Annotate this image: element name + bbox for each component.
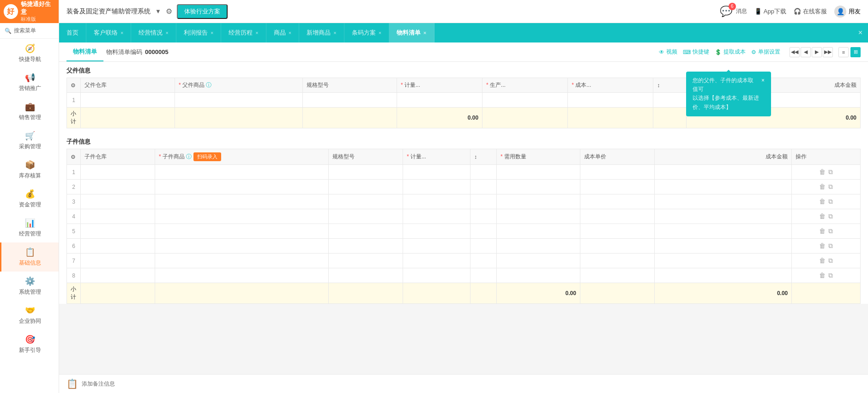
sidebar-item-purchase[interactable]: 🛒 采购管理 [0,126,59,155]
child-row-3-spec[interactable] [328,194,403,209]
sidebar-item-marketing[interactable]: 📢 营销推广 [0,68,59,97]
parent-row-1-production[interactable] [482,93,568,108]
tab-history-close[interactable]: × [255,30,258,36]
child-row-7-qty[interactable] [403,254,470,268]
child-row-5-cost-unit[interactable] [580,224,654,239]
child-row-4-spec[interactable] [328,209,403,224]
child-row-6-warehouse[interactable] [81,239,155,254]
child-row-4-cost-unit[interactable] [580,209,654,224]
child-row-4-delete-icon[interactable]: 🗑 [819,212,826,220]
child-row-6-cost-unit[interactable] [580,239,654,254]
sidebar-item-guide[interactable]: 🎯 新手引导 [0,330,59,359]
parent-row-1-warehouse[interactable] [81,93,175,108]
tab-new-goods-close[interactable]: × [333,30,336,36]
tab-bom[interactable]: 物料清单 × [389,23,434,42]
child-row-5-warehouse[interactable] [81,224,155,239]
sidebar-item-finance[interactable]: 💰 资金管理 [0,184,59,213]
child-row-8-need-qty[interactable] [497,268,580,283]
child-row-3-need-qty[interactable] [497,194,580,209]
child-row-8-qty[interactable] [403,268,470,283]
child-row-3-goods[interactable] [155,194,329,209]
child-row-1-goods[interactable] [155,165,329,180]
child-row-8-cost-unit[interactable] [580,268,654,283]
sidebar-item-enterprise[interactable]: 🤝 企业协同 [0,301,59,330]
child-row-5-goods[interactable] [155,224,329,239]
nav-close-button[interactable]: × [853,23,868,42]
child-row-7-need-qty[interactable] [497,254,580,268]
child-row-1-delete-icon[interactable]: 🗑 [819,168,826,176]
child-row-8-cost-amount[interactable] [654,268,791,283]
child-row-3-cost-unit[interactable] [580,194,654,209]
tab-home[interactable]: 首页 [59,23,86,42]
tab-barcode-close[interactable]: × [379,30,381,36]
tab-operations-close[interactable]: × [165,30,168,36]
tab-new-goods[interactable]: 新增商品 × [299,23,344,42]
child-row-3-qty[interactable] [403,194,470,209]
child-row-2-cost-unit[interactable] [580,180,654,194]
parent-row-1-qty[interactable] [397,93,482,108]
child-row-1-need-qty[interactable] [497,165,580,180]
add-note-icon[interactable]: 📋 [66,378,78,389]
tab-history[interactable]: 经营历程 × [221,23,266,42]
child-row-2-need-qty[interactable] [497,180,580,194]
tab-goods[interactable]: 商品 × [266,23,299,42]
sidebar-item-basics[interactable]: 📋 基础信息 [0,242,59,272]
child-row-2-cost-amount[interactable] [654,180,791,194]
page-next-btn[interactable]: ▶ [812,47,822,57]
extract-cost-action[interactable]: 💲 提取成本 [715,48,746,56]
child-row-8-goods[interactable] [155,268,329,283]
child-row-1-cost-amount[interactable] [654,165,791,180]
system-dropdown[interactable]: ▼ [155,8,161,15]
child-row-7-cost-amount[interactable] [654,254,791,268]
shortcut-action[interactable]: ⌨ 快捷键 [683,48,709,56]
child-row-1-qty[interactable] [403,165,470,180]
child-row-8-copy-icon[interactable]: ⧉ [828,272,833,279]
sidebar-item-quick-nav[interactable]: 🧭 快捷导航 [0,39,59,68]
parent-row-1-spec[interactable] [303,93,397,108]
parent-th-settings[interactable]: ⚙ [67,78,81,93]
child-row-3-copy-icon[interactable]: ⧉ [828,198,833,206]
tab-barcode[interactable]: 条码方案 × [344,23,389,42]
child-row-4-cost-amount[interactable] [654,209,791,224]
child-row-2-warehouse[interactable] [81,180,155,194]
child-row-7-delete-icon[interactable]: 🗑 [819,257,826,265]
message-icon-btn[interactable]: 💬 6 [720,6,732,18]
child-th-settings[interactable]: ⚙ [67,149,81,165]
child-row-1-cost-unit[interactable] [580,165,654,180]
child-row-4-qty[interactable] [403,209,470,224]
child-row-6-copy-icon[interactable]: ⧉ [828,242,833,250]
child-row-6-qty[interactable] [403,239,470,254]
child-row-6-spec[interactable] [328,239,403,254]
tab-customer-close[interactable]: × [121,30,123,36]
single-settings-action[interactable]: ⚙ 单据设置 [751,48,780,56]
parent-row-1-goods[interactable] [175,93,302,108]
child-row-5-need-qty[interactable] [497,224,580,239]
child-row-5-qty[interactable] [403,224,470,239]
child-row-4-need-qty[interactable] [497,209,580,224]
child-row-1-copy-icon[interactable]: ⧉ [828,168,833,176]
layout-list-btn[interactable]: ≡ [838,47,849,57]
child-row-2-delete-icon[interactable]: 🗑 [819,183,826,191]
child-row-3-delete-icon[interactable]: 🗑 [819,198,826,206]
page-last-btn[interactable]: ▶▶ [823,47,833,57]
online-service-link[interactable]: 🎧 在线客服 [794,7,827,16]
view-action[interactable]: 👁 视频 [659,48,677,56]
layout-grid-btn[interactable]: ⊞ [850,47,861,57]
sidebar-item-system[interactable]: ⚙️ 系统管理 [0,272,59,301]
user-menu[interactable]: 👤 用友 [834,6,861,18]
page-prev-btn[interactable]: ◀ [801,47,811,57]
child-row-5-spec[interactable] [328,224,403,239]
sidebar-search[interactable]: 🔍 搜索菜单 [0,23,59,39]
child-row-7-goods[interactable] [155,254,329,268]
tab-profit[interactable]: 利润报告 × [176,23,221,42]
child-row-1-spec[interactable] [328,165,403,180]
child-row-2-spec[interactable] [328,180,403,194]
sidebar-item-operations[interactable]: 📊 经营管理 [0,213,59,242]
child-row-8-delete-icon[interactable]: 🗑 [819,272,826,279]
child-row-4-copy-icon[interactable]: ⧉ [828,212,833,220]
child-row-3-cost-amount[interactable] [654,194,791,209]
child-row-7-copy-icon[interactable]: ⧉ [828,257,833,265]
gear-icon[interactable]: ⚙ [166,7,172,16]
tooltip-close-button[interactable]: × [761,76,765,85]
tab-operations[interactable]: 经营情况 × [131,23,176,42]
